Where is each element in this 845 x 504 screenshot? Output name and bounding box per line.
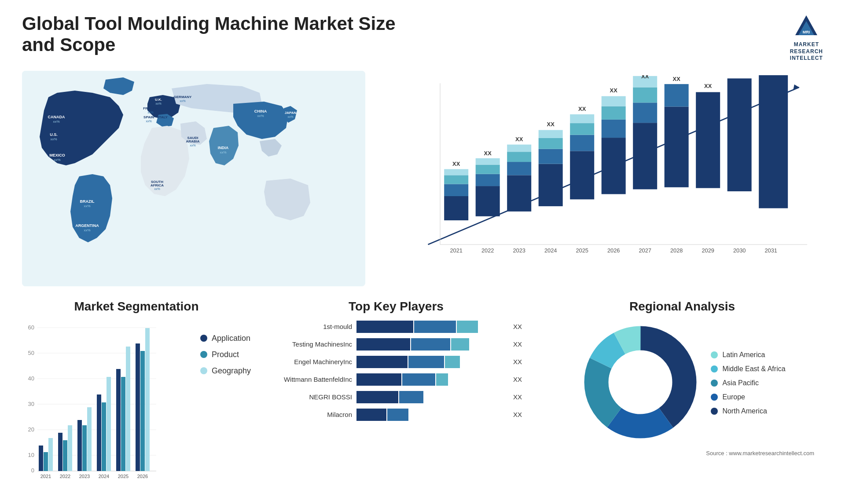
svg-text:2024: 2024: [99, 474, 109, 479]
svg-text:30: 30: [28, 401, 34, 407]
svg-text:xx%: xx%: [54, 158, 60, 162]
svg-text:xx%: xx%: [146, 120, 151, 123]
segmentation-title: Market Segmentation: [22, 299, 251, 314]
svg-rect-73: [602, 96, 626, 106]
svg-rect-67: [570, 114, 594, 123]
page-title: Global Tool Moulding Machine Market Size…: [22, 13, 418, 55]
donut-chart-wrap: [579, 321, 702, 446]
legend-dot-geography: [200, 367, 207, 374]
svg-text:2024: 2024: [544, 247, 557, 254]
player-bar-seg3-3: [445, 356, 460, 368]
svg-text:xx%: xx%: [190, 144, 195, 147]
svg-rect-49: [476, 158, 500, 165]
reg-dot-north-america: [711, 408, 718, 415]
svg-text:2023: 2023: [513, 247, 525, 254]
svg-rect-123: [102, 402, 106, 471]
svg-rect-131: [140, 351, 145, 471]
svg-text:xx%: xx%: [53, 120, 59, 124]
svg-text:JAPAN: JAPAN: [285, 111, 297, 115]
svg-text:2025: 2025: [118, 474, 129, 479]
player-row-engel: Engel MachineryInc XX: [264, 356, 528, 368]
player-bar-seg1-4: [356, 373, 401, 386]
players-panel: Top Key Players 1st-mould XX Testing Mac…: [260, 299, 533, 504]
svg-rect-47: [476, 174, 500, 186]
svg-text:ITALY: ITALY: [158, 115, 168, 119]
svg-rect-111: [44, 452, 48, 471]
player-row-testing: Testing MachinesInc XX: [264, 338, 528, 351]
legend-geography: Geography: [200, 366, 251, 376]
player-val-4: XX: [511, 376, 528, 383]
player-val-6: XX: [511, 411, 528, 418]
svg-text:xx%: xx%: [84, 204, 90, 208]
svg-text:XX: XX: [736, 75, 744, 77]
reg-legend-latin-america: Latin America: [711, 351, 785, 359]
player-bar-seg1-1: [356, 321, 413, 333]
svg-rect-40: [444, 196, 468, 220]
player-bar-seg2-6: [387, 409, 408, 421]
svg-text:GERMANY: GERMANY: [174, 95, 192, 99]
source-text: Source : www.marketresearchintellect.com: [541, 450, 823, 457]
svg-rect-42: [444, 175, 468, 184]
svg-text:xx%: xx%: [155, 102, 161, 105]
svg-text:60: 60: [28, 324, 34, 331]
svg-text:xx%: xx%: [84, 228, 90, 232]
svg-text:XX: XX: [673, 76, 681, 82]
svg-rect-130: [136, 343, 140, 471]
svg-rect-132: [145, 328, 150, 471]
svg-rect-94: [759, 75, 788, 208]
world-map-svg: CANADA xx% U.S. xx% MEXICO xx% BRAZIL xx…: [22, 71, 365, 286]
svg-text:MEXICO: MEXICO: [49, 153, 65, 157]
svg-text:xx%: xx%: [147, 111, 153, 114]
page: Global Tool Moulding Machine Market Size…: [0, 0, 845, 504]
reg-dot-latin-america: [711, 351, 718, 358]
svg-rect-118: [77, 420, 82, 471]
svg-rect-65: [570, 135, 594, 151]
players-title: Top Key Players: [260, 299, 533, 314]
player-bar-seg3-4: [436, 373, 448, 386]
logo: MRI MARKET RESEARCH INTELLECT: [790, 13, 823, 62]
reg-dot-europe: [711, 394, 718, 401]
svg-text:50: 50: [28, 350, 34, 356]
player-row-milacron: Milacron XX: [264, 409, 528, 421]
svg-rect-120: [87, 407, 92, 471]
legend-label-application: Application: [212, 334, 250, 343]
svg-rect-119: [82, 425, 87, 471]
player-row-negri: NEGRI BOSSI XX: [264, 391, 528, 403]
svg-text:U.K.: U.K.: [155, 98, 162, 102]
regional-wrap: Latin America Middle East & Africa Asia …: [541, 321, 823, 446]
svg-rect-60: [539, 138, 563, 149]
player-bar-seg2-2: [411, 338, 450, 351]
player-val-5: XX: [511, 393, 528, 401]
svg-text:XX: XX: [704, 83, 712, 89]
svg-rect-59: [539, 149, 563, 164]
segmentation-chart-wrap: 60 50 40 30 20 10 0: [22, 321, 251, 481]
svg-point-139: [609, 351, 672, 414]
reg-legend-europe: Europe: [711, 393, 785, 401]
svg-text:XX: XX: [610, 87, 618, 94]
reg-label-middle-east: Middle East & Africa: [722, 365, 785, 373]
svg-text:2027: 2027: [639, 247, 651, 254]
svg-text:ARGENTINA: ARGENTINA: [75, 223, 99, 228]
player-name-4: Wittmann BattenfeldInc: [264, 376, 352, 383]
player-row-1st-mould: 1st-mould XX: [264, 321, 528, 333]
player-bar-4: [356, 373, 506, 386]
player-val-2: XX: [511, 340, 528, 348]
svg-rect-43: [444, 169, 468, 175]
svg-rect-64: [570, 151, 594, 199]
regional-legend: Latin America Middle East & Africa Asia …: [711, 351, 785, 415]
svg-text:BRAZIL: BRAZIL: [80, 199, 95, 204]
svg-text:xx%: xx%: [154, 187, 160, 190]
reg-legend-north-america: North America: [711, 407, 785, 415]
reg-label-asia-pacific: Asia Pacific: [722, 379, 759, 387]
svg-rect-127: [121, 377, 125, 471]
svg-text:2026: 2026: [137, 474, 148, 479]
player-val-1: XX: [511, 323, 528, 330]
svg-text:2030: 2030: [733, 247, 746, 254]
world-map-container: CANADA xx% U.S. xx% MEXICO xx% BRAZIL xx…: [22, 71, 365, 286]
svg-text:U.S.: U.S.: [50, 132, 58, 137]
svg-rect-85: [665, 84, 689, 106]
svg-text:CHINA: CHINA: [254, 109, 267, 113]
svg-text:2022: 2022: [481, 247, 494, 254]
player-bar-seg2-4: [402, 373, 435, 386]
reg-label-north-america: North America: [722, 407, 767, 415]
